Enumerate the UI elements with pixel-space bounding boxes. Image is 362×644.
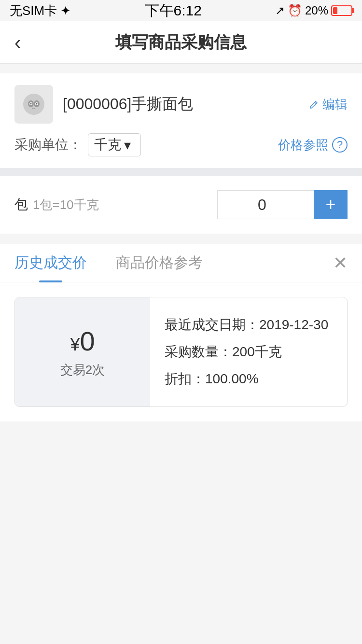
tab-close-button[interactable]: ✕ (333, 253, 348, 273)
edit-button[interactable]: 编辑 (309, 96, 348, 113)
battery-icon (331, 5, 352, 16)
transaction-card: ¥0 交易2次 最近成交日期：2019-12-30 采购数量：200千克 折扣：… (14, 297, 348, 407)
tab-header: 历史成交价 商品价格参考 ✕ (0, 244, 362, 282)
back-button[interactable]: ‹ (14, 33, 21, 52)
status-time: 下午6:12 (145, 1, 202, 21)
svg-point-0 (23, 94, 44, 115)
product-left: [0000006]手撕面包 (14, 85, 193, 124)
alarm-icon: ⏰ (288, 4, 302, 17)
status-bar: 无SIM卡 ✦ 下午6:12 ↗ ⏰ 20% (0, 0, 362, 21)
detail-discount: 折扣：100.00% (165, 369, 333, 389)
price-value: 0 (80, 326, 95, 356)
product-header: [0000006]手撕面包 编辑 (14, 85, 348, 124)
unit-left: 采购单位： 千克 ▾ (14, 133, 141, 156)
battery-percent: 20% (305, 4, 328, 17)
svg-point-5 (30, 103, 32, 105)
quantity-label: 包 1包=10千克 (14, 196, 99, 214)
quantity-plus-button[interactable]: + (314, 190, 348, 219)
dropdown-arrow: ▾ (124, 137, 131, 153)
status-left: 无SIM卡 ✦ (10, 2, 71, 19)
tab-history[interactable]: 历史成交价 (14, 244, 87, 282)
nav-bar: ‹ 填写商品采购信息 (0, 21, 362, 64)
transaction-count: 交易2次 (60, 362, 105, 378)
location-icon: ↗ (275, 4, 285, 17)
product-unit-row: 采购单位： 千克 ▾ 价格参照 ? (14, 133, 348, 156)
tab-reference[interactable]: 商品价格参考 (116, 244, 203, 282)
tab-content: ¥0 交易2次 最近成交日期：2019-12-30 采购数量：200千克 折扣：… (0, 282, 362, 421)
tab-area: 历史成交价 商品价格参考 ✕ ¥0 交易2次 最近成交日期：2019-12-30… (0, 244, 362, 421)
price-ref-button[interactable]: 价格参照 ? (278, 137, 348, 154)
status-right: ↗ ⏰ 20% (275, 4, 352, 17)
unit-select[interactable]: 千克 ▾ (88, 133, 141, 156)
divider (0, 168, 362, 176)
transaction-details: 最近成交日期：2019-12-30 采购数量：200千克 折扣：100.00% (150, 297, 347, 406)
quantity-row: 包 1包=10千克 + (0, 176, 362, 234)
transaction-price: ¥0 (70, 325, 95, 357)
help-icon: ? (332, 137, 348, 153)
product-card: [0000006]手撕面包 编辑 采购单位： 千克 ▾ 价格参照 ? (0, 73, 362, 168)
product-thumbnail (14, 85, 53, 124)
tab-items: 历史成交价 商品价格参考 (14, 244, 203, 282)
svg-point-6 (36, 103, 38, 105)
yen-symbol: ¥ (70, 335, 80, 354)
detail-date: 最近成交日期：2019-12-30 (165, 315, 333, 335)
quantity-control: + (217, 190, 348, 219)
unit-label: 采购单位： (14, 136, 82, 154)
quantity-unit-desc: 1包=10千克 (33, 196, 99, 213)
detail-quantity: 采购数量：200千克 (165, 342, 333, 362)
transaction-price-area: ¥0 交易2次 (15, 297, 150, 406)
quantity-input[interactable] (217, 190, 314, 219)
carrier-text: 无SIM卡 ✦ (10, 2, 71, 19)
page-title: 填写商品采购信息 (115, 31, 247, 54)
product-name: [0000006]手撕面包 (63, 94, 193, 115)
